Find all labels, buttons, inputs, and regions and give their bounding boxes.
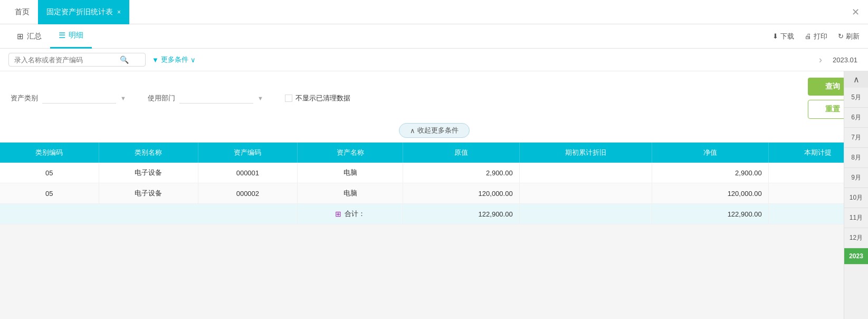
collapse-btn[interactable]: ∧ 收起更多条件 bbox=[399, 123, 470, 138]
use-dept-dropdown-icon[interactable]: ▼ bbox=[257, 95, 263, 101]
cell-asset-code: 000001 bbox=[198, 163, 297, 183]
side-date-7[interactable]: 7月 bbox=[844, 128, 868, 148]
total-label: ⊞合计： bbox=[297, 204, 403, 224]
tab-close-btn[interactable]: × bbox=[117, 8, 121, 16]
side-date-panel: ∧ 5月 6月 7月 8月 9月 10月 11月 12月 2023 bbox=[844, 71, 868, 319]
col-net-value: 净值 bbox=[652, 143, 768, 163]
print-icon: 🖨 bbox=[805, 32, 812, 40]
table-wrap: 类别编码 类别名称 资产编码 资产名称 原值 期初累计折旧 净值 本期计提 05… bbox=[0, 143, 868, 224]
cell-asset-name: 电脑 bbox=[297, 183, 403, 204]
tab-detail-label: 明细 bbox=[69, 31, 83, 40]
cell-original-value: 2,900.00 bbox=[403, 163, 519, 183]
sum-icon: ⊞ bbox=[335, 210, 341, 218]
print-btn[interactable]: 🖨 打印 bbox=[805, 32, 827, 41]
tab-detail[interactable]: ☰ 明细 bbox=[50, 24, 92, 49]
col-accumulated-depreciation: 期初累计折旧 bbox=[519, 143, 652, 163]
active-tab-label: 固定资产折旧统计表 bbox=[46, 7, 113, 17]
cell-accumulated-depreciation bbox=[519, 183, 652, 204]
download-label: 下载 bbox=[780, 32, 794, 41]
more-conditions-btn[interactable]: ▼ 更多条件 ∨ bbox=[152, 55, 196, 64]
no-cleared-label: 不显示已清理数据 bbox=[295, 93, 350, 103]
tab-summary-label: 汇总 bbox=[27, 32, 42, 41]
collapse-label: 收起更多条件 bbox=[417, 126, 459, 135]
search-input[interactable] bbox=[14, 56, 120, 64]
collapse-row: ∧ 收起更多条件 bbox=[11, 119, 857, 138]
side-date-up-arrow[interactable]: ∧ bbox=[844, 71, 868, 88]
refresh-btn[interactable]: ↻ 刷新 bbox=[838, 32, 860, 41]
asset-type-dropdown-icon[interactable]: ▼ bbox=[120, 95, 126, 101]
side-date-11[interactable]: 11月 bbox=[844, 208, 868, 228]
summary-icon: ⊞ bbox=[17, 32, 24, 41]
side-date-10[interactable]: 10月 bbox=[844, 188, 868, 208]
date-display: 2023.01 bbox=[833, 56, 857, 64]
side-date-12[interactable]: 12月 bbox=[844, 228, 868, 248]
col-category-name: 类别名称 bbox=[99, 143, 198, 163]
no-cleared-checkbox[interactable] bbox=[285, 95, 292, 102]
col-category-code: 类别编码 bbox=[0, 143, 99, 163]
cell-accumulated-depreciation bbox=[519, 163, 652, 183]
refresh-label: 刷新 bbox=[846, 32, 860, 41]
asset-type-label: 资产类别 bbox=[11, 93, 38, 103]
side-date-6[interactable]: 6月 bbox=[844, 108, 868, 128]
top-nav: 首页 固定资产折旧统计表 × ✕ bbox=[0, 0, 868, 24]
total-row: ⊞合计： 122,900.00 122,900.00 bbox=[0, 204, 868, 224]
total-accumulated-depreciation bbox=[519, 204, 652, 224]
total-net-value: 122,900.00 bbox=[652, 204, 768, 224]
content-area: 资产类别 ▼ 使用部门 ▼ 不显示已清理数据 查询 重置 bbox=[0, 71, 868, 224]
asset-table: 类别编码 类别名称 资产编码 资产名称 原值 期初累计折旧 净值 本期计提 05… bbox=[0, 143, 868, 224]
cell-asset-name: 电脑 bbox=[297, 163, 403, 183]
asset-type-input[interactable] bbox=[42, 93, 116, 104]
total-original-value: 122,900.00 bbox=[403, 204, 519, 224]
left-content: 资产类别 ▼ 使用部门 ▼ 不显示已清理数据 查询 重置 bbox=[0, 71, 868, 224]
col-original-value: 原值 bbox=[403, 143, 519, 163]
cell-category-code: 05 bbox=[0, 183, 99, 204]
cell-category-name: 电子设备 bbox=[99, 183, 198, 204]
side-date-8[interactable]: 8月 bbox=[844, 148, 868, 168]
cell-net-value: 120,000.00 bbox=[652, 183, 768, 204]
table-row: 05 电子设备 000002 电脑 120,000.00 120,000.00 bbox=[0, 183, 868, 204]
col-asset-code: 资产编码 bbox=[198, 143, 297, 163]
use-dept-label: 使用部门 bbox=[148, 93, 175, 103]
active-tab[interactable]: 固定资产折旧统计表 × bbox=[38, 0, 129, 24]
filter-icon: ▼ bbox=[152, 56, 159, 64]
more-conditions-label: 更多条件 bbox=[161, 55, 188, 64]
col-asset-name: 资产名称 bbox=[297, 143, 403, 163]
side-date-9[interactable]: 9月 bbox=[844, 168, 868, 188]
download-icon: ⬇ bbox=[772, 32, 778, 40]
side-date-5[interactable]: 5月 bbox=[844, 88, 868, 108]
filter-use-dept: 使用部门 ▼ bbox=[148, 93, 264, 104]
tab-bar: ⊞ 汇总 ☰ 明细 ⬇ 下载 🖨 打印 ↻ 刷新 bbox=[0, 24, 868, 49]
chevron-down-icon: ∨ bbox=[190, 56, 196, 64]
cell-asset-code: 000002 bbox=[198, 183, 297, 204]
cell-original-value: 120,000.00 bbox=[403, 183, 519, 204]
cell-category-name: 电子设备 bbox=[99, 163, 198, 183]
collapse-up-icon: ∧ bbox=[410, 127, 415, 135]
filter-panel: 资产类别 ▼ 使用部门 ▼ 不显示已清理数据 查询 重置 bbox=[0, 71, 868, 143]
cell-net-value: 2,900.00 bbox=[652, 163, 768, 183]
print-label: 打印 bbox=[814, 32, 827, 41]
no-cleared-group: 不显示已清理数据 bbox=[285, 93, 350, 103]
window-close-btn[interactable]: ✕ bbox=[852, 6, 860, 18]
search-icon[interactable]: 🔍 bbox=[120, 55, 129, 64]
table-header-row: 类别编码 类别名称 资产编码 资产名称 原值 期初累计折旧 净值 本期计提 bbox=[0, 143, 868, 163]
table-row: 05 电子设备 000001 电脑 2,900.00 2,900.00 bbox=[0, 163, 868, 183]
filter-row: 资产类别 ▼ 使用部门 ▼ 不显示已清理数据 查询 重置 bbox=[11, 78, 857, 119]
detail-icon: ☰ bbox=[59, 31, 65, 40]
cell-category-code: 05 bbox=[0, 163, 99, 183]
tab-actions: ⬇ 下载 🖨 打印 ↻ 刷新 bbox=[772, 32, 860, 41]
use-dept-input[interactable] bbox=[179, 93, 253, 104]
side-date-year[interactable]: 2023 bbox=[844, 248, 868, 265]
search-bar: 🔍 ▼ 更多条件 ∨ › 2023.01 bbox=[0, 49, 868, 71]
total-label-cell bbox=[0, 204, 297, 224]
nav-home[interactable]: 首页 bbox=[8, 7, 36, 17]
expand-panel-btn[interactable]: › bbox=[819, 54, 822, 65]
download-btn[interactable]: ⬇ 下载 bbox=[772, 32, 794, 41]
search-input-wrap[interactable]: 🔍 bbox=[8, 53, 146, 67]
filter-asset-type: 资产类别 ▼ bbox=[11, 93, 127, 104]
refresh-icon: ↻ bbox=[838, 32, 844, 40]
tab-summary[interactable]: ⊞ 汇总 bbox=[8, 24, 50, 49]
